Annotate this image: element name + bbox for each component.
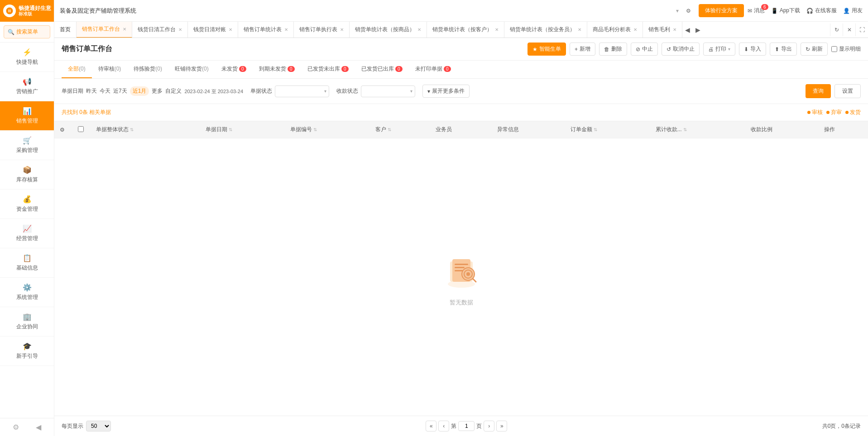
col-amount[interactable]: 订单金额 ⇅ [565,121,650,138]
filter-tab-shipped-out[interactable]: 已发货已出库0 [355,61,409,78]
tab-cash-daily[interactable]: 钱货日清工作台 ✕ [132,22,188,38]
sidebar-item-finance[interactable]: 💰 资金管理 [0,190,54,219]
col-settings[interactable]: ⚙ [54,121,72,138]
filter-tab-pending-inspect[interactable]: 待拣验货(0) [127,61,168,78]
search-button[interactable]: 查询 [806,84,831,98]
filter-tab-not-shipped[interactable]: 未发货0 [215,61,253,78]
tab-sales-summary-customer[interactable]: 销货单统计表（按客户） ✕ [427,22,504,38]
topbar-settings-icon[interactable]: ⚙ [682,5,695,17]
import-button[interactable]: ⬇ 导入 [739,43,766,56]
col-status[interactable]: 单据整体状态 ⇅ [91,121,200,138]
filter-tab-shipped-not-out[interactable]: 已发货未出库0 [301,61,355,78]
col-date[interactable]: 单据日期 ⇅ [200,121,285,138]
date-opt-more[interactable]: 更多 [152,87,163,95]
status-select[interactable] [275,85,329,97]
cancel-audit-button[interactable]: 弃审 [826,109,842,116]
col-abnormal[interactable]: 异常信息 [492,121,566,138]
expand-icon: ▾ [427,88,430,95]
payment-select[interactable] [361,85,415,97]
smart-create-button[interactable]: ★ 智能生单 [528,43,566,56]
sidebar-item-base-info[interactable]: 📋 基础信息 [0,248,54,278]
col-customer[interactable]: 客户 ⇅ [370,121,430,138]
sidebar-item-beginner[interactable]: 🎓 新手引导 [0,336,54,366]
filter-tab-wangpu[interactable]: 旺铺待发货(0) [168,61,215,78]
print-button[interactable]: 🖨 打印 ▾ [703,43,735,56]
tab-home[interactable]: 首页 [54,22,77,38]
online-service-button[interactable]: 🎧 在线客服 [806,7,837,14]
tab-sales-gross-close[interactable]: ✕ [673,27,676,32]
col-number[interactable]: 单据编号 ⇅ [285,121,370,138]
tabs-refresh-icon[interactable]: ↻ [830,24,843,36]
trial-button[interactable]: 体验行业方案 [699,4,744,17]
tab-sales-workbench[interactable]: 销售订单工作台 ✕ [77,22,132,38]
page-number-input[interactable] [458,421,475,431]
tab-summary-staff-close[interactable]: ✕ [578,27,581,32]
show-detail-checkbox[interactable] [831,46,837,52]
user-menu[interactable]: 👤 用友 [843,7,863,14]
tab-summary-customer-close[interactable]: ✕ [495,27,499,32]
refresh-button[interactable]: ↻ 刷新 [801,43,828,56]
col-checkbox[interactable] [72,121,91,138]
settings-gear-icon[interactable]: ⚙ [13,423,19,431]
sidebar-item-quick-nav[interactable]: ⚡ 快捷导航 [0,43,54,72]
tab-sales-workbench-close[interactable]: ✕ [123,27,126,32]
filter-tab-pending-review[interactable]: 待审核(0) [92,61,128,78]
last-page-button[interactable]: » [496,421,507,431]
tab-summary-product-close[interactable]: ✕ [417,27,421,32]
export-button[interactable]: ⬆ 导出 [770,43,797,56]
sidebar-item-purchase[interactable]: 🛒 采购管理 [0,131,54,160]
sidebar-item-inventory[interactable]: 📦 库存核算 [0,160,54,190]
tab-sales-stats-close[interactable]: ✕ [284,27,288,32]
per-page-select[interactable]: 10 20 50 100 [86,421,111,431]
topbar-dropdown-arrow[interactable]: ▾ [676,8,679,14]
prev-page-button[interactable]: ‹ [438,421,449,431]
tab-product-margin-close[interactable]: ✕ [633,27,637,32]
sidebar-item-system[interactable]: ⚙️ 系统管理 [0,278,54,307]
first-page-button[interactable]: « [426,421,436,431]
date-opt-1month[interactable]: 近1月 [130,86,149,96]
cancel-pause-button[interactable]: ↺ 取消中止 [662,43,700,56]
app-download-button[interactable]: 📱 App下载 [771,7,800,14]
pause-button[interactable]: ⊘ 中止 [631,43,658,56]
tab-sales-exec-close[interactable]: ✕ [340,27,344,32]
tab-cash-daily-close[interactable]: ✕ [178,27,182,32]
date-opt-7days[interactable]: 近7天 [113,87,127,95]
tabs-nav-next[interactable]: ▶ [693,26,703,33]
search-settings-button[interactable]: 设置 [834,84,861,98]
tab-cash-reconcile-close[interactable]: ✕ [229,27,232,32]
show-detail-checkbox-wrapper[interactable]: 显示明细 [831,45,861,53]
filter-tab-not-printed[interactable]: 未打印单据0 [409,61,457,78]
tab-sales-gross[interactable]: 销售毛利 ✕ [643,22,682,38]
tabs-nav-prev[interactable]: ◀ [682,26,693,33]
filter-tab-overdue[interactable]: 到期未发货0 [253,61,301,78]
select-all-checkbox[interactable] [78,126,84,132]
tab-product-margin[interactable]: 商品毛利分析表 ✕ [587,22,643,38]
date-opt-yesterday[interactable]: 昨天 [86,87,97,95]
expand-conditions-button[interactable]: ▾ 展开更多条件 [422,85,470,98]
date-opt-today[interactable]: 今天 [100,87,110,95]
tab-sales-exec[interactable]: 销售订单执行表 ✕ [294,22,350,38]
search-menu-button[interactable]: 🔍 搜索菜单 [4,25,50,38]
tab-sales-summary-product[interactable]: 销货单统计表（按商品） ✕ [350,22,427,38]
col-ratio[interactable]: 收款比例 [745,121,819,138]
message-button[interactable]: ✉ 消息 6 [748,7,765,14]
delete-button[interactable]: 🗑 删除 [599,43,627,56]
add-button[interactable]: + 新增 [570,43,595,56]
col-staff[interactable]: 业务员 [430,121,492,138]
col-received[interactable]: 累计收款... ⇅ [650,121,745,138]
ship-button[interactable]: 发货 [845,109,861,116]
audit-button[interactable]: 审核 [807,109,823,116]
tab-sales-summary-staff[interactable]: 销货单统计表（按业务员） ✕ [504,22,587,38]
tabs-close-icon[interactable]: ✕ [843,24,855,36]
next-page-button[interactable]: › [484,421,494,431]
date-opt-custom[interactable]: 自定义 [165,87,182,95]
collapse-icon[interactable]: ◀ [36,423,41,431]
sidebar-item-sales[interactable]: 📊 销售管理 [0,101,54,131]
sidebar-item-enterprise[interactable]: 🏢 企业协同 [0,307,54,336]
tabs-expand-icon[interactable]: ⛶ [855,24,868,36]
sidebar-item-operations[interactable]: 📈 经营管理 [0,219,54,248]
filter-tab-all[interactable]: 全部(0) [62,61,92,78]
sidebar-item-marketing[interactable]: 📢 营销推广 [0,72,54,101]
tab-sales-stats[interactable]: 销售订单统计表 ✕ [238,22,294,38]
tab-cash-reconcile[interactable]: 钱货日清对账 ✕ [188,22,238,38]
